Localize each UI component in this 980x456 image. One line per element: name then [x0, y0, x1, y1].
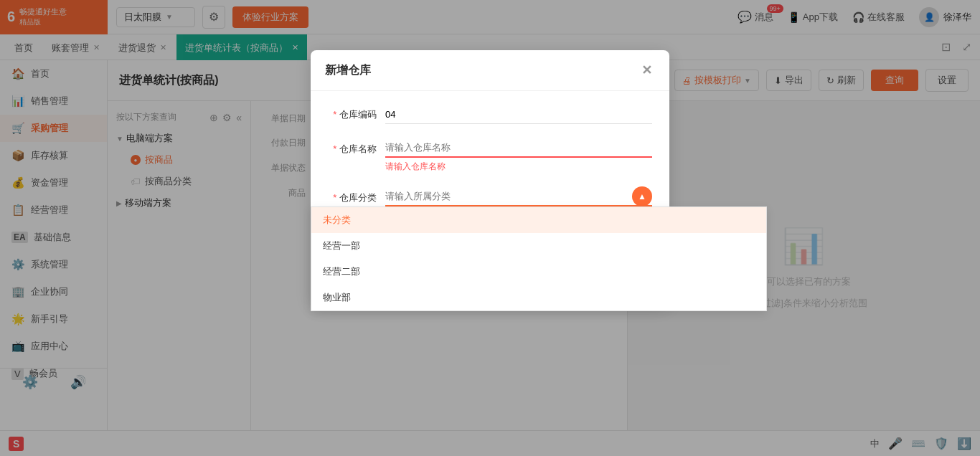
dialog-close-button[interactable]: ✕ — [638, 62, 655, 79]
category-input[interactable] — [385, 187, 652, 205]
dialog-body: * 仓库编码 * 仓库名称 请输入仓库名称 — [311, 91, 669, 268]
name-field-wrap: 请输入仓库名称 — [385, 138, 652, 173]
category-option-unclassified[interactable]: 未分类 — [311, 207, 766, 233]
dialog-title: 新增仓库 — [325, 63, 371, 78]
dialog: 新增仓库 ✕ * 仓库编码 * 仓库名称 — [311, 50, 669, 305]
name-label: * 仓库名称 — [328, 138, 385, 156]
category-option-dept1[interactable]: 经营一部 — [311, 233, 766, 259]
category-option-property[interactable]: 物业部 — [311, 285, 766, 310]
warehouse-name-input[interactable] — [385, 138, 652, 158]
category-dropdown-list: 未分类 经营一部 经营二部 物业部 — [311, 206, 767, 311]
category-label: * 仓库分类 — [328, 187, 385, 204]
form-row-name: * 仓库名称 请输入仓库名称 — [328, 138, 652, 173]
warehouse-code-input[interactable] — [385, 105, 652, 124]
category-field-wrap: ▲ 未分类 经营一部 经营二部 物业部 — [385, 187, 652, 206]
dialog-header: 新增仓库 ✕ — [311, 50, 669, 91]
dialog-overlay: 新增仓库 ✕ * 仓库编码 * 仓库名称 — [0, 0, 980, 456]
form-row-code: * 仓库编码 — [328, 105, 652, 124]
form-row-category: * 仓库分类 ▲ 未分类 经营一部 — [328, 187, 652, 206]
code-label: * 仓库编码 — [328, 108, 385, 121]
name-error-message: 请输入仓库名称 — [385, 161, 652, 173]
code-field-wrap — [385, 105, 652, 124]
category-option-dept2[interactable]: 经营二部 — [311, 259, 766, 285]
category-dropdown-arrow[interactable]: ▲ — [632, 186, 652, 206]
